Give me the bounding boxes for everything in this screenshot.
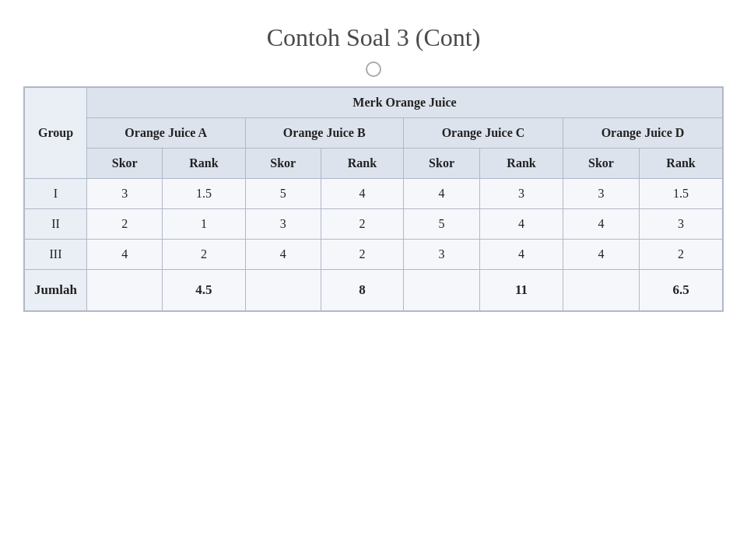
cell-i-6: 3 <box>563 179 639 209</box>
sub-header-1: Rank <box>163 149 245 179</box>
cell-ii-0: 2 <box>87 209 163 240</box>
cell-i-1: 1.5 <box>163 179 245 209</box>
jumlah-label: Jumlah <box>25 270 87 311</box>
page-title: Contoh Soal 3 (Cont) <box>267 23 481 52</box>
brand-d: Orange Juice D <box>563 118 722 149</box>
jumlah-1: 4.5 <box>163 270 245 311</box>
brand-a: Orange Juice A <box>87 118 246 149</box>
cell-iii-5: 4 <box>480 240 563 270</box>
cell-ii-6: 4 <box>563 209 639 240</box>
jumlah-0 <box>87 270 163 311</box>
group-ii: II <box>25 209 87 240</box>
group-header: Group <box>25 88 87 179</box>
page: Contoh Soal 3 (Cont) Group Merk Orange J… <box>0 0 747 560</box>
cell-ii-2: 3 <box>245 209 321 240</box>
header-subscore-row: Skor Rank Skor Rank Skor Rank Skor Rank <box>25 149 723 179</box>
cell-i-2: 5 <box>245 179 321 209</box>
cell-i-0: 3 <box>87 179 163 209</box>
sub-header-0: Skor <box>87 149 163 179</box>
jumlah-6 <box>563 270 639 311</box>
brand-b: Orange Juice B <box>245 118 404 149</box>
group-i: I <box>25 179 87 209</box>
sub-header-2: Skor <box>245 149 321 179</box>
cell-i-3: 4 <box>321 179 403 209</box>
table-row: II 2 1 3 2 5 4 4 3 <box>25 209 723 240</box>
title-decoration <box>366 61 381 77</box>
cell-ii-4: 5 <box>404 209 480 240</box>
cell-ii-1: 1 <box>163 209 245 240</box>
cell-iii-1: 2 <box>163 240 245 270</box>
group-iii: III <box>25 240 87 270</box>
jumlah-4 <box>404 270 480 311</box>
cell-ii-7: 3 <box>640 209 723 240</box>
jumlah-3: 8 <box>321 270 403 311</box>
table-row: I 3 1.5 5 4 4 3 3 1.5 <box>25 179 723 209</box>
cell-i-5: 3 <box>480 179 563 209</box>
cell-iii-7: 2 <box>640 240 723 270</box>
jumlah-row: Jumlah 4.5 8 11 6.5 <box>25 270 723 311</box>
cell-ii-3: 2 <box>321 209 403 240</box>
brand-c: Orange Juice C <box>404 118 563 149</box>
table-row: III 4 2 4 2 3 4 4 2 <box>25 240 723 270</box>
header-brand-row: Orange Juice A Orange Juice B Orange Jui… <box>25 118 723 149</box>
cell-iii-6: 4 <box>563 240 639 270</box>
data-table: Group Merk Orange Juice Orange Juice A O… <box>24 87 723 311</box>
cell-i-7: 1.5 <box>640 179 723 209</box>
cell-iii-2: 4 <box>245 240 321 270</box>
jumlah-2 <box>245 270 321 311</box>
sub-header-3: Rank <box>321 149 403 179</box>
sub-header-6: Skor <box>563 149 639 179</box>
sub-header-5: Rank <box>480 149 563 179</box>
main-table-wrapper: Group Merk Orange Juice Orange Juice A O… <box>23 86 724 312</box>
cell-iii-3: 2 <box>321 240 403 270</box>
cell-ii-5: 4 <box>480 209 563 240</box>
header-merk-row: Group Merk Orange Juice <box>25 88 723 118</box>
merk-header: Merk Orange Juice <box>87 88 723 118</box>
cell-i-4: 4 <box>404 179 480 209</box>
sub-header-7: Rank <box>640 149 723 179</box>
cell-iii-4: 3 <box>404 240 480 270</box>
sub-header-4: Skor <box>404 149 480 179</box>
jumlah-5: 11 <box>480 270 563 311</box>
jumlah-7: 6.5 <box>640 270 723 311</box>
cell-iii-0: 4 <box>87 240 163 270</box>
